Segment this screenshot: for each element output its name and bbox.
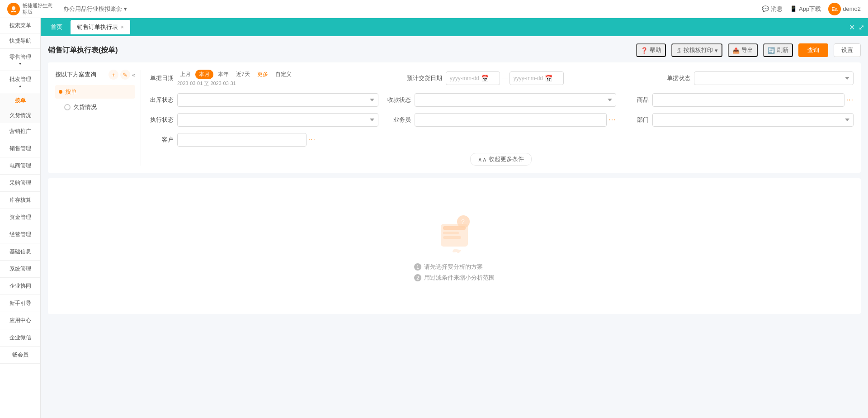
- scheme-inactive-dot: [64, 104, 71, 110]
- date-tab-custom[interactable]: 自定义: [273, 70, 294, 79]
- sidebar-item-system[interactable]: 系统管理: [0, 261, 40, 278]
- wholesale-submenu: 按单 欠货情况: [0, 93, 40, 123]
- date-range-dash: —: [502, 75, 508, 82]
- query-btn[interactable]: 查询: [798, 43, 828, 57]
- bill-status-select[interactable]: [694, 71, 854, 85]
- goods-input[interactable]: [652, 93, 844, 107]
- delivery-date-from[interactable]: yyyy-mm-dd 📅: [446, 71, 500, 85]
- export-btn[interactable]: 📤 导出: [728, 43, 758, 57]
- sidebar-item-purchase[interactable]: 采购管理: [0, 175, 40, 192]
- customer-input[interactable]: [177, 133, 307, 147]
- search-menu-btn[interactable]: 搜索菜单: [4, 22, 37, 29]
- scheme-item-an[interactable]: 按单: [55, 85, 135, 99]
- window-close-icon[interactable]: ✕: [849, 23, 855, 32]
- scheme-item-qk[interactable]: 欠货情况: [55, 100, 135, 114]
- sidebar-item-sales[interactable]: 销售管理: [0, 140, 40, 157]
- window-maximize-icon[interactable]: ⤢: [859, 23, 864, 32]
- sidebar-item-apps[interactable]: 应用中心: [0, 312, 40, 329]
- filter-row-2: 出库状态 收款状态: [148, 93, 854, 107]
- scheme-active-dot: [59, 90, 62, 94]
- dept-select[interactable]: [652, 113, 854, 127]
- filter-field-goods: 商品 ···: [623, 93, 854, 107]
- message-icon: 💬: [762, 5, 769, 12]
- calendar-icon-from: 📅: [481, 75, 489, 82]
- app-download-btn[interactable]: 📱 App下载: [790, 5, 821, 13]
- add-scheme-btn[interactable]: +: [108, 70, 118, 80]
- edit-scheme-btn[interactable]: ✎: [120, 70, 130, 80]
- salesperson-input[interactable]: [415, 113, 607, 127]
- filter-row-3: 执行状态 业务员 ···: [148, 113, 854, 127]
- date-tab-thisyear[interactable]: 本年: [215, 70, 231, 79]
- submenu-item-qk[interactable]: 欠货情况: [0, 108, 40, 123]
- filter-field-out-status: 出库状态: [148, 93, 378, 107]
- salesperson-more-btn[interactable]: ···: [609, 116, 616, 124]
- sidebar-item-inventory[interactable]: 库存核算: [0, 192, 40, 209]
- sidebar-item-enterprise[interactable]: 企业协同: [0, 278, 40, 295]
- message-btn[interactable]: 💬 消息: [762, 5, 783, 13]
- sidebar-item-operations[interactable]: 经营管理: [0, 226, 40, 243]
- sidebar-item-marketing[interactable]: 营销推广: [0, 123, 40, 140]
- out-status-control: [177, 93, 378, 107]
- logo-area[interactable]: 畅捷通好生意 标版: [7, 3, 52, 15]
- sidebar-item-wechat[interactable]: 企业微信: [0, 329, 40, 347]
- sidebar-item-wholesale[interactable]: 批发管理 ▴: [0, 71, 40, 93]
- logo-text: 畅捷通好生意 标版: [23, 3, 52, 14]
- tip-num-1: 1: [414, 263, 421, 271]
- sidebar-item-newbie[interactable]: 新手引导: [0, 295, 40, 312]
- customer-more-btn[interactable]: ···: [308, 136, 316, 144]
- export-icon: 📤: [732, 47, 740, 54]
- page-actions: ❓ 帮助 🖨 按模板打印 ▾ 📤 导出 🔄 刷新: [636, 43, 861, 57]
- tab-home[interactable]: 首页: [44, 20, 69, 34]
- goods-more-btn[interactable]: ···: [846, 96, 854, 104]
- sidebar-item-retail[interactable]: 零售管理 ▾: [0, 49, 40, 71]
- receive-status-select[interactable]: [415, 93, 616, 107]
- submenu-item-an[interactable]: 按单: [0, 93, 40, 108]
- filter-field-bill-status: 单据状态: [665, 71, 854, 85]
- filter-scheme-panel: 按以下方案查询 + ✎ « 按单: [55, 70, 141, 166]
- collapse-scheme-btn[interactable]: «: [132, 71, 135, 78]
- dept-control: [652, 113, 854, 127]
- filter-field-receive-status: 收款状态: [386, 93, 616, 107]
- page-title: 销售订单执行表(按单): [48, 46, 118, 55]
- date-tabs: 上月 本月 本年 近7天 更多 自定义: [177, 70, 400, 79]
- empty-tip-1: 1 请先选择要分析的方案: [414, 263, 495, 271]
- breadcrumb[interactable]: 办公用品行业模拟账套 ▾: [63, 5, 127, 13]
- delivery-date-to[interactable]: yyyy-mm-dd 📅: [509, 71, 564, 85]
- out-status-select[interactable]: [177, 93, 378, 107]
- goods-control: ···: [652, 93, 854, 107]
- settings-btn[interactable]: 设置: [834, 43, 861, 57]
- sidebar: 搜索菜单 快捷导航 零售管理 ▾ 批发管理 ▴ 按单 欠货情况 营销推广 销售管…: [0, 18, 41, 418]
- sidebar-item-ecommerce[interactable]: 电商管理: [0, 157, 40, 175]
- delivery-date-range: yyyy-mm-dd 📅 — yyyy-mm-dd 📅: [446, 71, 564, 85]
- tab-sales-order[interactable]: 销售订单执行表 ×: [71, 20, 130, 34]
- execute-status-select[interactable]: [177, 113, 378, 127]
- collapse-up-icon: ∧∧: [478, 156, 487, 163]
- tab-bar-right: ✕ ⤢: [849, 23, 864, 32]
- filter-row-4: 客户 ···: [148, 133, 854, 147]
- refresh-btn[interactable]: 🔄 刷新: [763, 43, 793, 57]
- sidebar-item-quicknav[interactable]: 快捷导航: [0, 33, 40, 49]
- chevron-down-icon: ▾: [19, 61, 21, 66]
- date-tab-more[interactable]: 更多: [255, 70, 271, 79]
- chevron-up-icon: ▴: [19, 83, 21, 88]
- print-btn[interactable]: 🖨 按模板打印 ▾: [671, 43, 722, 57]
- help-btn[interactable]: ❓ 帮助: [636, 43, 666, 57]
- empty-tips: 1 请先选择要分析的方案 2 用过滤条件来缩小分析范围: [414, 263, 495, 282]
- tab-close-icon[interactable]: ×: [121, 24, 124, 30]
- date-tab-thismonth[interactable]: 本月: [195, 70, 213, 79]
- sidebar-item-finance[interactable]: 资金管理: [0, 209, 40, 226]
- user-menu[interactable]: Ea demo2: [828, 3, 861, 15]
- tip-num-2: 2: [414, 274, 421, 281]
- page-header: 销售订单执行表(按单) ❓ 帮助 🖨 按模板打印 ▾ 📤 导出: [48, 43, 861, 57]
- date-tab-7days[interactable]: 近7天: [233, 70, 253, 79]
- filter-scheme-header: 按以下方案查询 + ✎ «: [55, 70, 135, 80]
- collapse-more-btn[interactable]: ∧∧ 收起更多条件: [470, 153, 532, 166]
- top-header: 畅捷通好生意 标版 办公用品行业模拟账套 ▾ 💬 消息 📱 App下载 Ea d…: [0, 0, 868, 18]
- download-icon: 📱: [790, 5, 797, 12]
- sidebar-item-member[interactable]: 畅会员: [0, 347, 40, 364]
- results-area: ? 1 请先选择要分析的方案 2 用过滤条件来缩小分析范围: [48, 178, 861, 314]
- sidebar-item-basic[interactable]: 基础信息: [0, 243, 40, 261]
- date-tab-lastmonth[interactable]: 上月: [177, 70, 193, 79]
- date-range-display: 2023-03-01 至 2023-03-31: [177, 80, 400, 87]
- refresh-icon: 🔄: [768, 47, 775, 54]
